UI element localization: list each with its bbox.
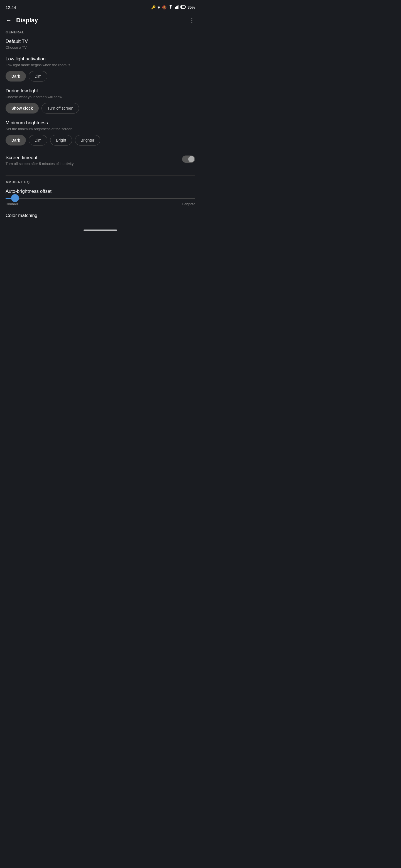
minimum-brightness-options: Dark Dim Bright Brighter: [6, 135, 195, 146]
status-time: 12:44: [6, 5, 16, 10]
dark-brightness-btn[interactable]: Dark: [6, 135, 26, 146]
key-icon: 🔑: [151, 5, 156, 9]
auto-brightness-title: Auto-brightness offset: [6, 189, 195, 194]
screen-timeout-title: Screen timeout: [6, 155, 74, 160]
home-pill: [84, 229, 117, 231]
svg-rect-2: [177, 6, 178, 9]
wifi-icon: [168, 5, 173, 10]
during-low-light-setting: During low light Choose what your screen…: [6, 88, 195, 114]
default-tv-title: Default TV: [6, 39, 195, 44]
mute-icon: 🔕: [162, 5, 167, 9]
back-button[interactable]: ←: [6, 17, 12, 24]
battery-icon: [180, 5, 186, 9]
toggle-knob: [188, 156, 194, 162]
color-matching-title: Color matching: [6, 213, 195, 218]
svg-rect-1: [176, 6, 177, 9]
auto-brightness-section: Auto-brightness offset Dimmer Brighter: [6, 189, 195, 206]
section-divider: [6, 175, 195, 176]
more-options-button[interactable]: ⋮: [189, 17, 195, 24]
minimum-brightness-subtitle: Set the minimum brightness of the screen: [6, 127, 195, 131]
signal-icon: [175, 5, 179, 10]
color-matching-setting[interactable]: Color matching: [6, 213, 195, 218]
svg-rect-3: [178, 5, 179, 9]
default-tv-setting[interactable]: Default TV Choose a TV: [6, 39, 195, 50]
during-low-light-subtitle: Choose what your screen will show: [6, 95, 195, 99]
svg-rect-5: [185, 6, 186, 7]
svg-rect-0: [175, 7, 176, 9]
dim-brightness-btn[interactable]: Dim: [29, 135, 47, 146]
low-light-activation-setting: Low light activation Low light mode begi…: [6, 56, 195, 82]
bottom-home-indicator: [0, 225, 200, 234]
slider-track: [6, 198, 195, 199]
slider-labels: Dimmer Brighter: [6, 202, 195, 206]
screen-timeout-setting: Screen timeout Turn off screen after 5 m…: [6, 152, 195, 168]
slider-thumb[interactable]: [11, 194, 19, 202]
screen-timeout-toggle[interactable]: [182, 156, 195, 163]
minimum-brightness-setting: Minimum brightness Set the minimum brigh…: [6, 120, 195, 146]
low-light-subtitle: Low light mode begins when the room is…: [6, 63, 195, 67]
slider-max-label: Brighter: [182, 202, 195, 206]
screen-timeout-subtitle: Turn off screen after 5 minutes of inact…: [6, 162, 74, 166]
svg-rect-6: [181, 6, 182, 8]
minimum-brightness-title: Minimum brightness: [6, 120, 195, 126]
during-low-light-options: Show clock Turn off screen: [6, 103, 195, 114]
battery-percent: 35%: [188, 5, 195, 9]
during-low-light-title: During low light: [6, 88, 195, 94]
status-bar: 12:44 🔑 ✱ 🔕 35%: [0, 0, 200, 13]
low-light-options: Dark Dim: [6, 71, 195, 82]
default-tv-subtitle: Choose a TV: [6, 45, 195, 50]
page-title: Display: [16, 17, 38, 24]
ambient-eq-section-label: Ambient EQ: [6, 180, 195, 184]
dark-option-btn[interactable]: Dark: [6, 71, 26, 82]
general-section-label: General: [6, 30, 195, 34]
dim-option-btn[interactable]: Dim: [29, 71, 47, 82]
turn-off-screen-btn[interactable]: Turn off screen: [41, 103, 79, 114]
app-header: ← Display ⋮: [0, 13, 200, 27]
show-clock-btn[interactable]: Show clock: [6, 103, 39, 114]
bright-btn[interactable]: Bright: [50, 135, 72, 146]
low-light-title: Low light activation: [6, 56, 195, 62]
status-icons: 🔑 ✱ 🔕 35%: [151, 5, 195, 10]
brighter-btn[interactable]: Brighter: [75, 135, 100, 146]
bluetooth-icon: ✱: [157, 5, 161, 9]
brightness-slider-container[interactable]: [6, 198, 195, 199]
slider-min-label: Dimmer: [6, 202, 18, 206]
settings-content: General Default TV Choose a TV Low light…: [0, 30, 200, 218]
